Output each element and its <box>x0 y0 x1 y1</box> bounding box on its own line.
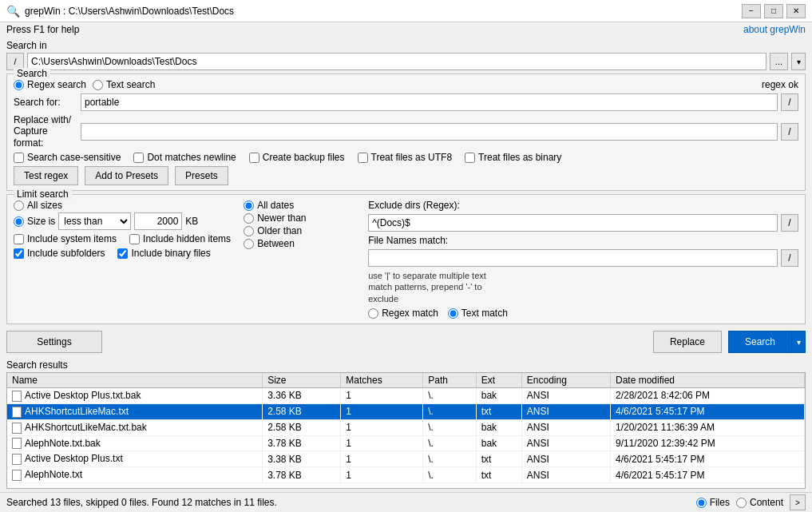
regex-ok-label: regex ok <box>762 79 798 90</box>
all-sizes-radio[interactable] <box>14 200 24 211</box>
search-in-row: / ... ▾ <box>6 53 806 70</box>
hidden-items-checkbox[interactable] <box>129 234 140 244</box>
limit-grid: All sizes Size is less than greater than… <box>14 200 798 319</box>
between-radio[interactable] <box>244 239 254 249</box>
regex-search-radio[interactable] <box>14 80 24 90</box>
text-search-label: Text search <box>106 79 155 90</box>
all-dates-label[interactable]: All dates <box>244 200 355 211</box>
size-value-input[interactable] <box>134 212 182 230</box>
file-names-row: / <box>368 249 798 267</box>
subfolders-checkbox[interactable] <box>14 248 24 259</box>
all-dates-radio[interactable] <box>244 200 254 211</box>
size-column: All sizes Size is less than greater than… <box>14 200 231 259</box>
sys-items-checkbox[interactable] <box>14 234 24 244</box>
regex-match-radio[interactable] <box>368 308 378 319</box>
search-for-row: Search for: / <box>14 93 798 111</box>
older-than-radio[interactable] <box>244 226 254 236</box>
size-is-row: Size is less than greater than equal to … <box>14 212 231 230</box>
text-match-radio[interactable] <box>448 308 458 319</box>
search-dropdown-button[interactable]: ▾ <box>791 331 806 353</box>
file-names-input[interactable] <box>368 249 778 267</box>
dot-newline-label[interactable]: Dot matches newline <box>133 152 236 163</box>
table-row[interactable]: AlephNote.txt.bak3.78 KB1\.bakANSI9/11/2… <box>7 435 805 451</box>
binary-files-label[interactable]: Include binary files <box>117 248 210 259</box>
dot-newline-checkbox[interactable] <box>133 153 144 163</box>
text-match-text: Text match <box>461 308 508 319</box>
replace-slash-button[interactable]: / <box>781 123 798 141</box>
text-search-radio[interactable] <box>93 80 103 90</box>
files-radio[interactable] <box>696 498 707 508</box>
table-row[interactable]: Active Desktop Plus.txt.bak3.36 KB1\.bak… <box>7 388 805 404</box>
minimize-button[interactable]: − <box>742 4 761 18</box>
older-than-label[interactable]: Older than <box>244 225 355 236</box>
exclude-dirs-slash-button[interactable]: / <box>781 214 798 232</box>
add-to-presets-button[interactable]: Add to Presets <box>85 166 168 185</box>
help-text: Press F1 for help <box>6 24 79 35</box>
table-row[interactable]: Active Desktop Plus.txt3.38 KB1\.txtANSI… <box>7 451 805 467</box>
replace-label: Replace with/ Capture format: <box>14 114 77 149</box>
content-radio[interactable] <box>736 498 747 508</box>
file-names-slash-button[interactable]: / <box>781 249 798 267</box>
hidden-items-label[interactable]: Include hidden items <box>129 233 231 244</box>
col-ext: Ext <box>476 373 521 388</box>
regex-search-radio-label[interactable]: Regex search <box>14 79 86 90</box>
about-link[interactable]: about grepWin <box>743 24 806 35</box>
binary-files-checkbox[interactable] <box>117 248 128 259</box>
case-sensitive-checkbox[interactable] <box>14 153 24 163</box>
text-search-radio-label[interactable]: Text search <box>93 79 155 90</box>
case-sensitive-label[interactable]: Search case-sensitive <box>14 152 121 163</box>
newer-than-radio[interactable] <box>244 213 254 224</box>
search-section: Search Regex search Text search regex ok… <box>6 73 806 191</box>
size-select[interactable]: less than greater than equal to <box>58 212 131 230</box>
menu-bar: Press F1 for help about grepWin <box>0 22 812 37</box>
size-unit: KB <box>185 216 198 227</box>
file-names-note: use '|' to separate multiple text match … <box>368 270 798 304</box>
status-bar: Searched 13 files, skipped 0 files. Foun… <box>0 492 812 512</box>
files-radio-label[interactable]: Files <box>696 497 730 508</box>
table-row[interactable]: AHKShortcutLikeMac.txt.bak2.58 KB1\.bakA… <box>7 419 805 435</box>
presets-button[interactable]: Presets <box>175 166 228 185</box>
test-regex-button[interactable]: Test regex <box>14 166 78 185</box>
sys-items-label[interactable]: Include system items <box>14 233 117 244</box>
binary-checkbox[interactable] <box>465 153 475 163</box>
newer-than-label[interactable]: Newer than <box>244 212 355 224</box>
close-button[interactable]: ✕ <box>786 4 806 18</box>
backup-files-label[interactable]: Create backup files <box>249 152 345 163</box>
binary-label[interactable]: Treat files as binary <box>465 152 561 163</box>
utf8-checkbox[interactable] <box>358 153 368 163</box>
table-row[interactable]: AHKShortcutLikeMac.txt2.58 KB1\.txtANSI4… <box>7 403 805 419</box>
between-label[interactable]: Between <box>244 238 355 249</box>
size-is-radio[interactable] <box>14 216 24 227</box>
results-label: Search results <box>6 359 806 371</box>
sys-items-text: Include system items <box>27 233 117 244</box>
search-section-title: Search <box>14 68 50 79</box>
replace-input[interactable] <box>81 123 778 141</box>
replace-button[interactable]: Replace <box>653 331 722 353</box>
col-path: Path <box>423 373 476 388</box>
all-sizes-label[interactable]: All sizes <box>14 200 231 211</box>
utf8-label[interactable]: Treat files as UTF8 <box>358 152 453 163</box>
path-input[interactable] <box>27 53 766 70</box>
file-icon <box>12 423 22 434</box>
search-button[interactable]: Search <box>728 331 791 353</box>
search-slash-button[interactable]: / <box>781 93 798 111</box>
exclude-dirs-input[interactable] <box>368 214 778 232</box>
table-row[interactable]: AlephNote.txt3.78 KB1\.txtANSI4/6/2021 5… <box>7 467 805 483</box>
browse-button[interactable]: ... <box>770 53 788 70</box>
subfolders-label[interactable]: Include subfolders <box>14 248 105 259</box>
size-is-label[interactable]: Size is <box>14 216 55 227</box>
path-dropdown-button[interactable]: ▾ <box>791 53 806 70</box>
settings-button[interactable]: Settings <box>6 331 102 353</box>
content-radio-label[interactable]: Content <box>736 497 783 508</box>
search-in-section: Search in / ... ▾ <box>6 40 806 70</box>
regex-match-label[interactable]: Regex match <box>368 308 438 319</box>
search-for-input[interactable] <box>81 93 778 111</box>
nav-forward-button[interactable]: > <box>790 494 806 510</box>
maximize-button[interactable]: □ <box>764 4 783 18</box>
action-bar: Settings Replace Search ▾ <box>6 327 806 356</box>
results-table-container[interactable]: Name Size Matches Path Ext Encoding Date… <box>6 372 806 489</box>
backup-files-checkbox[interactable] <box>249 153 259 163</box>
text-match-label[interactable]: Text match <box>448 308 508 319</box>
table-header-row: Name Size Matches Path Ext Encoding Date… <box>7 373 805 388</box>
col-encoding: Encoding <box>521 373 610 388</box>
